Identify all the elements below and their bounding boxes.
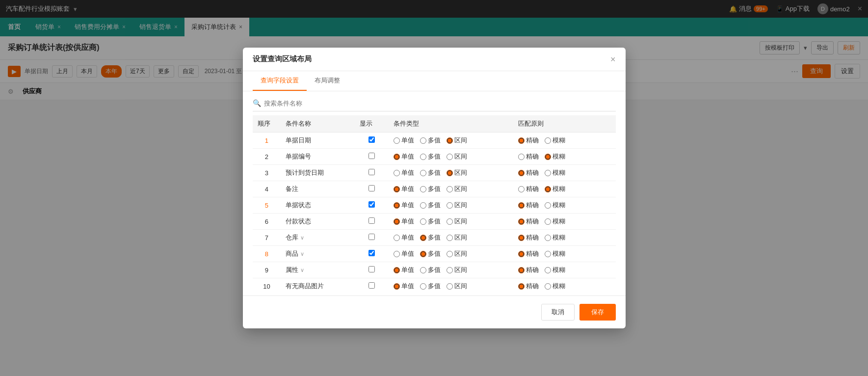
dialog-title: 设置查询区域布局 — [253, 54, 312, 64]
settings-dialog: 设置查询区域布局 × 查询字段设置 布局调整 🔍 顺序 条件名称 显示 — [243, 48, 626, 100]
dialog-close-btn[interactable]: × — [610, 55, 616, 64]
dialog-overlay: 设置查询区域布局 × 查询字段设置 布局调整 🔍 顺序 条件名称 显示 — [0, 0, 868, 100]
dialog-header: 设置查询区域布局 × — [243, 48, 626, 71]
search-icon: 🔍 — [253, 99, 261, 100]
search-input[interactable] — [264, 100, 362, 101]
dialog-body: 🔍 顺序 条件名称 显示 条件类型 匹配原则 — [243, 91, 626, 100]
tab-query-fields[interactable]: 查询字段设置 — [253, 71, 307, 91]
dialog-tabs: 查询字段设置 布局调整 — [243, 71, 626, 91]
tab-layout-adjust[interactable]: 布局调整 — [307, 71, 348, 91]
search-box: 🔍 — [253, 97, 616, 100]
